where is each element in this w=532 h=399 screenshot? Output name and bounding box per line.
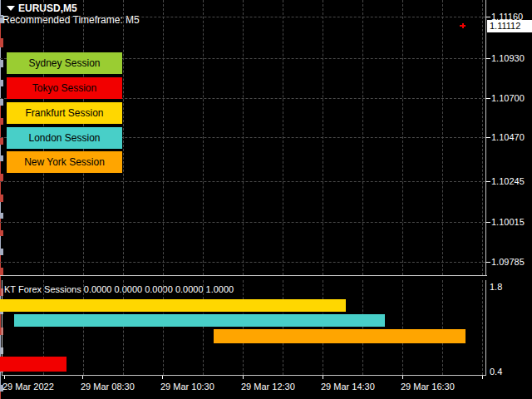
price-axis-tick xyxy=(486,181,490,182)
v-gridline xyxy=(83,280,84,375)
frankfurt-session-bar xyxy=(0,299,346,312)
time-axis-tick xyxy=(162,376,163,379)
time-axis-tick xyxy=(4,376,5,379)
time-axis-tick xyxy=(482,376,483,379)
time-axis-tick xyxy=(323,376,323,379)
v-gridline xyxy=(402,280,403,375)
price-axis-label: 1.10700 xyxy=(491,93,525,104)
price-axis-tick xyxy=(486,98,490,99)
time-axis-label: 29 Mar 08:30 xyxy=(81,382,135,392)
price-axis-label: 1.09785 xyxy=(491,257,525,268)
candle-wick xyxy=(0,275,1,288)
v-gridline xyxy=(163,0,164,275)
v-gridline xyxy=(243,280,244,375)
v-gridline xyxy=(362,280,363,375)
price-axis-tick xyxy=(486,137,490,138)
price-axis-label: 1.11160 xyxy=(491,12,523,22)
price-axis-label: 1.10930 xyxy=(491,53,525,64)
v-gridline xyxy=(323,280,323,375)
candle-wick xyxy=(0,372,1,385)
price-axis-tick xyxy=(486,58,490,59)
chevron-down-icon xyxy=(7,6,15,11)
time-axis-label: 29 Mar 14:30 xyxy=(321,382,375,392)
legend-london-session: London Session xyxy=(7,127,122,149)
v-gridline xyxy=(482,280,483,375)
v-gridline xyxy=(283,280,283,375)
candle-wick xyxy=(0,392,1,399)
v-gridline xyxy=(163,280,164,375)
time-axis-tick xyxy=(243,376,244,379)
legend-new-york-session: New York Session xyxy=(7,151,122,173)
indicator-scale-min: 0.4 xyxy=(490,367,502,377)
indicator-scale-max: 1.8 xyxy=(490,282,502,292)
v-gridline xyxy=(243,0,244,275)
price-axis-label: 1.10015 xyxy=(491,217,525,228)
candle-wick xyxy=(0,314,1,328)
v-gridline xyxy=(123,280,124,375)
time-axis-label: 29 Mar 10:30 xyxy=(160,382,214,392)
time-axis-label: 29 Mar 16:30 xyxy=(401,382,455,392)
new-york-session-bar xyxy=(214,329,466,343)
v-gridline xyxy=(442,0,443,275)
legend-frankfurt-session: Frankfurt Session xyxy=(7,102,122,124)
legend-tokyo-session: Tokyo Session xyxy=(7,77,122,99)
v-gridline xyxy=(362,0,363,275)
symbol-timeframe-label: EURUSD,M5 xyxy=(18,2,77,14)
v-gridline xyxy=(123,0,124,275)
price-axis-label: 1.10470 xyxy=(491,132,525,143)
price-axis-label: 1.10245 xyxy=(491,176,525,187)
price-axis-tick xyxy=(486,262,490,263)
subwindow-bottom-border xyxy=(2,375,486,376)
candle-wick xyxy=(0,335,1,347)
time-axis-tick xyxy=(82,376,83,379)
v-gridline xyxy=(442,280,443,375)
legend-sydney-session: Sydney Session xyxy=(7,52,122,74)
price-axis-tick xyxy=(486,17,490,17)
london-session-bar xyxy=(14,314,385,327)
current-price-marker xyxy=(462,23,464,28)
v-gridline xyxy=(283,0,283,275)
indicator-title: KT Forex Sessions 0.0000 0.0000 0.0000 0… xyxy=(4,284,234,294)
v-gridline xyxy=(482,0,483,275)
subwindow-right-border xyxy=(485,280,486,376)
price-axis-tick xyxy=(486,222,490,223)
tokyo-session-bar xyxy=(0,357,66,372)
v-gridline xyxy=(323,0,323,275)
window-separator xyxy=(0,275,487,276)
v-gridline xyxy=(203,280,204,375)
mt4-chart-window: EURUSD,M5 Recommended Timeframe: M5 1.11… xyxy=(0,0,532,399)
v-gridline xyxy=(402,0,403,275)
time-axis-tick xyxy=(402,376,403,379)
time-axis-label: 29 Mar 2022 xyxy=(2,382,54,392)
v-gridline xyxy=(203,0,204,275)
time-axis-label: 29 Mar 12:30 xyxy=(241,382,295,392)
